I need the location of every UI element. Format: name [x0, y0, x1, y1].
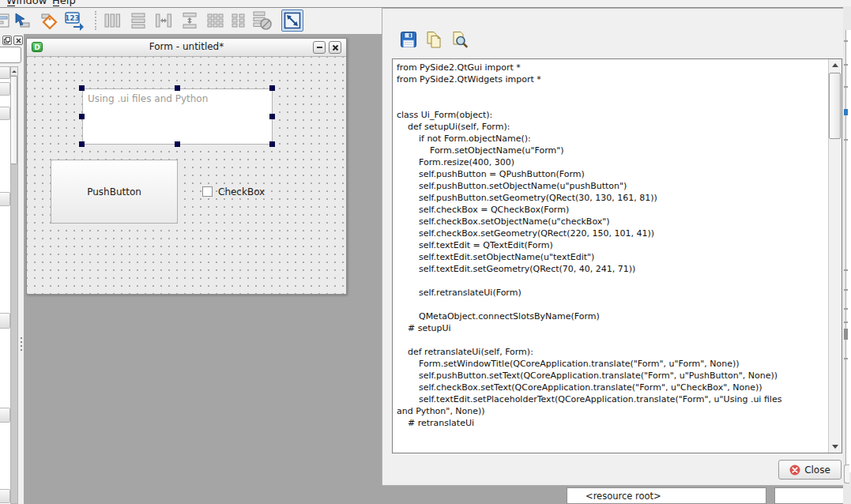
selection-handle[interactable]: [79, 141, 85, 147]
qt-designer-window: Window Help: [0, 0, 851, 504]
tree-item-mark: [844, 329, 848, 340]
form-designer-window: D Form - untitled* Using .ui files and P…: [26, 38, 347, 295]
break-layout-button[interactable]: [251, 9, 273, 32]
widget-box-panel: [0, 34, 24, 504]
form-canvas[interactable]: Using .ui files and Python PushButton Ch…: [27, 57, 346, 294]
resource-tree-panel: <resource root>: [567, 487, 766, 504]
layout-form-button[interactable]: [228, 9, 250, 32]
splitter-dot: [21, 341, 22, 343]
layout-horizontal-button[interactable]: [101, 9, 123, 32]
widget-box-category-bar[interactable]: [0, 489, 10, 503]
textedit-widget[interactable]: Using .ui files and Python: [82, 88, 273, 145]
pushbutton-widget[interactable]: PushButton: [51, 160, 178, 224]
textedit-placeholder: Using .ui files and Python: [88, 93, 208, 104]
layout-vertical-button[interactable]: [127, 9, 149, 32]
widget-box-category-bar[interactable]: [0, 313, 10, 329]
right-dock-button-edge: [844, 465, 849, 483]
tree-item-mark: [844, 64, 848, 66]
widget-box-scrollbar-handle[interactable]: [11, 76, 17, 164]
widget-box-category-bar[interactable]: [0, 408, 10, 423]
selection-handle[interactable]: [175, 141, 180, 147]
generated-code-text[interactable]: from PySide2.QtGui import * from PySide2…: [393, 59, 829, 453]
checkbox-label: CheckBox: [218, 186, 265, 197]
right-dock-content-edge: [845, 30, 851, 472]
tree-item-mark: [844, 308, 848, 310]
close-icon: [332, 44, 339, 51]
splitter-dot: [21, 349, 22, 351]
find-icon: [450, 30, 469, 49]
resource-root-item[interactable]: <resource root>: [586, 491, 661, 502]
close-button[interactable]: Close: [778, 460, 842, 480]
checkbox-widget[interactable]: CheckBox: [201, 175, 281, 208]
code-scrollbar[interactable]: [828, 59, 842, 453]
copy-button[interactable]: [424, 30, 443, 49]
widget-box-float-button[interactable]: [2, 36, 12, 45]
menubar: Window Help: [0, 0, 851, 8]
resource-detail-panel: [774, 487, 844, 504]
edit-tab-order-button[interactable]: 123: [63, 9, 85, 32]
widget-box-close-button[interactable]: [13, 36, 23, 45]
code-preview-dialog: from PySide2.QtGui import * from PySide2…: [382, 8, 845, 486]
find-button[interactable]: [450, 30, 469, 49]
minimize-icon: [317, 47, 322, 48]
selection-handle[interactable]: [79, 114, 85, 119]
edit-buddies-icon: [40, 11, 58, 30]
adjust-size-icon: [283, 11, 302, 30]
layout-vertical-splitter-button[interactable]: [179, 9, 201, 32]
form-close-button[interactable]: [329, 41, 341, 54]
copy-icon: [424, 30, 443, 49]
layout-horizontal-splitter-button[interactable]: [153, 9, 175, 32]
widget-box-category-bar[interactable]: [0, 192, 10, 206]
tree-item-mark: [844, 86, 848, 88]
svg-text:123: 123: [65, 14, 80, 22]
code-scrollbar-down[interactable]: [829, 441, 841, 453]
layout-vertical-splitter-icon: [180, 11, 199, 30]
edit-widgets-icon: [0, 11, 11, 30]
form-window-title: Form - untitled*: [27, 41, 346, 52]
save-button[interactable]: [399, 30, 418, 49]
tree-selection-mark: [844, 109, 848, 115]
tree-item-mark: [844, 358, 848, 359]
layout-vertical-icon: [129, 11, 148, 30]
edit-buddies-button[interactable]: [38, 9, 60, 32]
close-button-label: Close: [804, 465, 830, 476]
edit-signals-slots-button[interactable]: [11, 9, 33, 32]
form-minimize-button[interactable]: [313, 41, 326, 54]
widget-box-search-input[interactable]: [0, 47, 21, 63]
break-layout-icon: [252, 10, 273, 31]
edit-signals-slots-icon: [13, 11, 32, 30]
float-icon: [4, 37, 10, 43]
tree-item-mark: [844, 139, 848, 141]
layout-horizontal-splitter-icon: [154, 11, 173, 30]
code-scrollbar-handle[interactable]: [829, 73, 841, 139]
tree-item-mark: [844, 269, 848, 271]
widget-box-category-bar[interactable]: [0, 82, 10, 96]
save-icon: [400, 31, 417, 48]
selection-handle[interactable]: [269, 141, 275, 147]
widget-box-scrollbar-up[interactable]: [11, 67, 17, 75]
code-scrollbar-up[interactable]: [829, 59, 841, 71]
tree-item-mark: [844, 40, 848, 42]
widget-box-category-bar[interactable]: [0, 107, 10, 120]
close-icon: [16, 38, 21, 43]
toolbar-separator: [95, 11, 96, 30]
code-view[interactable]: from PySide2.QtGui import * from PySide2…: [392, 58, 842, 453]
checkbox-indicator[interactable]: [202, 186, 213, 197]
layout-grid-button[interactable]: [204, 9, 226, 32]
selection-handle[interactable]: [79, 85, 85, 91]
form-window-titlebar[interactable]: D Form - untitled*: [27, 39, 346, 57]
selection-handle[interactable]: [269, 114, 275, 119]
widget-box-scrollbar[interactable]: [10, 66, 18, 504]
widget-box-category-bar[interactable]: [0, 66, 10, 79]
selection-handle[interactable]: [175, 85, 180, 91]
tree-item-mark: [844, 289, 848, 291]
pushbutton-label: PushButton: [87, 186, 141, 197]
splitter-dot: [21, 345, 22, 347]
layout-horizontal-icon: [103, 11, 122, 30]
adjust-size-button[interactable]: [281, 9, 303, 32]
selection-handle[interactable]: [269, 85, 275, 91]
widget-box-list[interactable]: [0, 66, 10, 504]
menu-window-accel-underline: [7, 6, 15, 6]
menu-help-accel-underline: [53, 6, 59, 6]
close-red-icon: [789, 465, 800, 476]
